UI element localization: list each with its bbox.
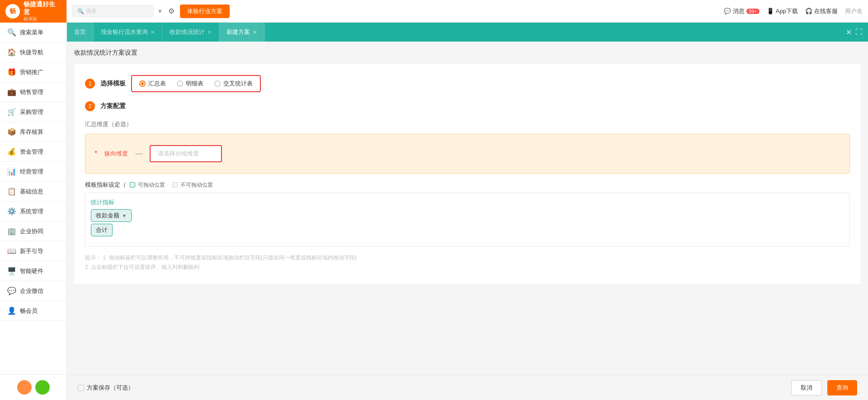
radio-summary-dot: [141, 82, 144, 85]
briefcase-icon: 💼: [7, 88, 16, 96]
sidebar-logo: 畅 畅捷通好生意 标准版: [0, 0, 66, 23]
dimension-row: * 纵向维度 — 请选择分组维度: [94, 145, 840, 162]
save-checkbox[interactable]: 方案保存（可选）: [78, 384, 134, 392]
cart-icon: 🛒: [7, 108, 16, 116]
step2-row: 2 方案配置: [85, 101, 850, 111]
tab-bank-flow[interactable]: 现金银行流水查询 ✕: [94, 23, 162, 42]
row-dimension-label: 纵向维度: [104, 150, 128, 158]
download-icon: 📱: [767, 8, 774, 14]
radio-summary-circle: [139, 80, 146, 87]
tab-home[interactable]: 首页: [67, 23, 94, 42]
chart-icon: 📊: [7, 167, 16, 176]
tab-bank-flow-close[interactable]: ✕: [151, 29, 155, 35]
sidebar-item-enterprise-wechat[interactable]: 💬 企业微信: [0, 281, 66, 301]
service-item[interactable]: 🎧 在线客服: [805, 7, 838, 15]
sidebar-item-inventory[interactable]: 📦 库存核算: [0, 122, 66, 142]
message-icon: 💬: [724, 8, 731, 14]
chip-dropdown-icon: ▼: [122, 213, 127, 218]
metrics-legend: 可拖动位置 不可拖动位置: [130, 181, 213, 189]
metrics-section: 模板指标设定（ 可拖动位置 不可拖动位置: [85, 181, 850, 247]
main: 🔍 搜索 ▼ ⚙ 体验行业方案 💬 消息 99+ 📱 App下载 🎧 在线客服 …: [67, 0, 868, 400]
chat-icon: 💬: [7, 287, 16, 295]
money-icon: 💰: [7, 147, 16, 156]
page-title: 收款情况统计方案设置: [74, 49, 861, 57]
sub-metric-row: 合计: [91, 224, 844, 236]
required-star: *: [94, 150, 97, 158]
hint-text: 提示： 1. 拖动标题栏可以调整布局，不可跨维度或指标区域拖动栏目字段(只能在同…: [85, 254, 850, 271]
clipboard-icon: 📋: [7, 187, 16, 196]
box-icon: 📦: [7, 127, 16, 136]
template-selector-box: 汇总表 明细表 交叉统计表: [131, 75, 261, 92]
sidebar-item-member[interactable]: 👤 畅会员: [0, 301, 66, 321]
topbar-search[interactable]: 🔍 搜索: [72, 5, 154, 17]
radio-summary[interactable]: 汇总表: [139, 80, 166, 88]
topbar: 🔍 搜索 ▼ ⚙ 体验行业方案 💬 消息 99+ 📱 App下载 🎧 在线客服 …: [67, 0, 868, 23]
radio-detail[interactable]: 明细表: [177, 80, 203, 88]
arrow-right-icon: —: [135, 150, 142, 158]
sidebar-item-finance[interactable]: 💰 资金管理: [0, 142, 66, 162]
tabbar-expand-icon[interactable]: ⛶: [855, 28, 863, 36]
sidebar-item-purchase[interactable]: 🛒 采购管理: [0, 102, 66, 122]
sidebar-item-basic-info[interactable]: 📋 基础信息: [0, 182, 66, 202]
sidebar: 畅 畅捷通好生意 标准版 🔍 搜索菜单 🏠 快捷导航 🎁 营销推广 💼 销售管理…: [0, 0, 67, 400]
sidebar-item-search-menu[interactable]: 🔍 搜索菜单: [0, 23, 66, 42]
sidebar-item-enterprise[interactable]: 🏢 企业协同: [0, 221, 66, 241]
tab-new-plan[interactable]: 新建方案 ✕: [219, 23, 264, 42]
content-area: 收款情况统计方案设置 1 选择模板 汇总表 明细表: [67, 42, 868, 375]
tab-collection-stats-close[interactable]: ✕: [208, 29, 212, 35]
gift-icon: 🎁: [7, 68, 16, 76]
sidebar-item-sales[interactable]: 💼 销售管理: [0, 82, 66, 102]
metric-chip-row: 收款金额 ▼: [91, 209, 844, 222]
sidebar-item-marketing[interactable]: 🎁 营销推广: [0, 62, 66, 82]
gear-sidebar-icon: ⚙️: [7, 207, 16, 216]
tabbar-actions: ✕ ⛶: [840, 23, 868, 42]
dimension-section-label: 汇总维度（必选）: [85, 120, 850, 128]
settings-card: 1 选择模板 汇总表 明细表 交叉统计表: [74, 64, 861, 284]
sidebar-item-system[interactable]: ⚙️ 系统管理: [0, 202, 66, 221]
avatar-2[interactable]: [35, 380, 50, 395]
topbar-dropdown-icon[interactable]: ▼: [157, 8, 163, 14]
footer: 方案保存（可选） 取消 查询: [67, 375, 868, 400]
notification-item[interactable]: 💬 消息 99+: [724, 7, 760, 15]
building-icon: 🏢: [7, 227, 16, 235]
radio-cross[interactable]: 交叉统计表: [214, 80, 253, 88]
step1-title: 选择模板: [100, 80, 126, 88]
metrics-header: 模板指标设定（ 可拖动位置 不可拖动位置: [85, 181, 850, 189]
topbar-gear-icon[interactable]: ⚙: [168, 7, 175, 15]
logo-icon: 畅: [5, 4, 20, 19]
sidebar-item-operations[interactable]: 📊 经营管理: [0, 162, 66, 182]
topbar-right: 💬 消息 99+ 📱 App下载 🎧 在线客服 用户名: [724, 7, 863, 15]
step2-title: 方案配置: [100, 102, 126, 110]
service-icon: 🎧: [805, 8, 812, 14]
sidebar-item-guide[interactable]: 📖 新手引导: [0, 241, 66, 261]
dimension-selector[interactable]: 请选择分组维度: [150, 145, 222, 162]
logo-text: 畅捷通好生意 标准版: [24, 0, 61, 22]
monitor-icon: 🖥️: [7, 267, 16, 275]
sidebar-item-smart-hw[interactable]: 🖥️ 智能硬件: [0, 261, 66, 281]
book-icon: 📖: [7, 247, 16, 255]
avatar-1[interactable]: [17, 380, 32, 395]
sub-metric-total[interactable]: 合计: [91, 224, 113, 236]
step2-badge: 2: [85, 101, 95, 111]
query-button[interactable]: 查询: [827, 380, 857, 395]
dimension-area: * 纵向维度 — 请选择分组维度: [85, 134, 850, 174]
tab-new-plan-close[interactable]: ✕: [253, 29, 257, 35]
draggable-dot: [130, 182, 135, 188]
download-item[interactable]: 📱 App下载: [767, 7, 798, 15]
home-icon: 🏠: [7, 48, 16, 56]
step1-badge: 1: [85, 79, 95, 89]
config-section: 汇总维度（必选） * 纵向维度 — 请选择分组维度 模板指标设定（: [85, 120, 850, 271]
trial-btn[interactable]: 体验行业方案: [180, 5, 230, 18]
topbar-username: 用户名: [845, 7, 863, 15]
radio-cross-circle: [214, 80, 221, 87]
tab-collection-stats[interactable]: 收款情况统计 ✕: [162, 23, 219, 42]
tabbar-close-icon[interactable]: ✕: [846, 28, 852, 37]
sidebar-item-quick-nav[interactable]: 🏠 快捷导航: [0, 42, 66, 62]
legend-fixed: 不可拖动位置: [172, 181, 213, 189]
tabbar: 首页 现金银行流水查询 ✕ 收款情况统计 ✕ 新建方案 ✕ ✕ ⛶: [67, 23, 868, 42]
topbar-search-icon: 🔍: [77, 8, 84, 14]
cancel-button[interactable]: 取消: [791, 380, 822, 395]
metric-chip-payment[interactable]: 收款金额 ▼: [91, 209, 132, 222]
search-menu-icon: 🔍: [7, 28, 16, 37]
legend-draggable: 可拖动位置: [130, 181, 165, 189]
